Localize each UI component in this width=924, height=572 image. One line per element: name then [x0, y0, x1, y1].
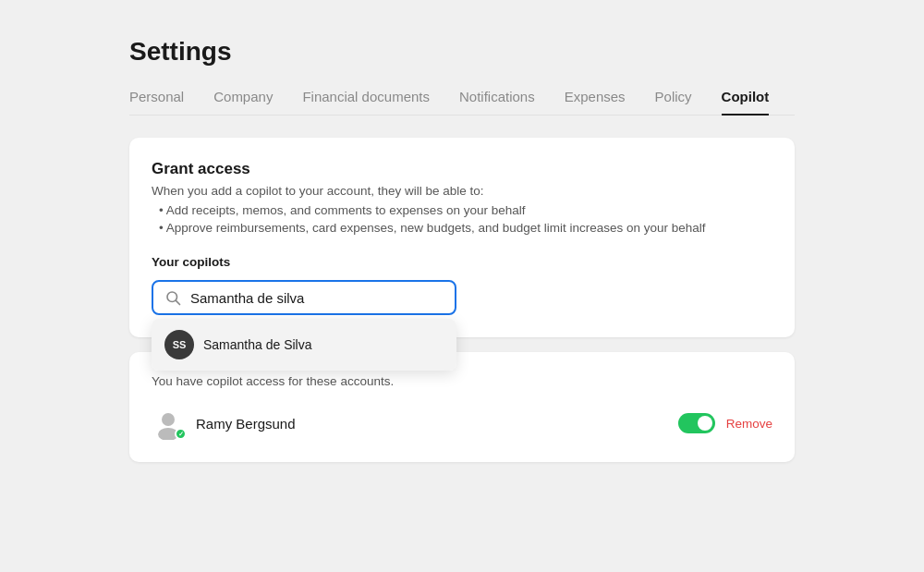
- tab-copilot[interactable]: Copilot: [722, 89, 770, 116]
- search-container: SS Samantha de Silva: [152, 280, 456, 315]
- avatar-ss: SS: [164, 330, 194, 359]
- tab-expenses[interactable]: Expenses: [565, 89, 626, 116]
- svg-point-2: [162, 413, 175, 426]
- dropdown-item-name: Samantha de Silva: [203, 337, 312, 352]
- search-icon: [164, 289, 181, 306]
- grant-access-bullet-2: Approve reimbursements, card expenses, n…: [159, 219, 772, 237]
- copilot-toggle[interactable]: [678, 413, 715, 433]
- tab-policy[interactable]: Policy: [655, 89, 692, 116]
- grant-access-list: Add receipts, memos, and comments to exp…: [152, 201, 772, 237]
- copilot-active-indicator: [175, 428, 187, 440]
- tab-financial-documents[interactable]: Financial documents: [302, 89, 430, 116]
- grant-access-description: When you add a copilot to your account, …: [152, 184, 772, 198]
- dropdown-item-samantha[interactable]: SS Samantha de Silva: [152, 319, 456, 371]
- tab-personal[interactable]: Personal: [129, 89, 184, 116]
- copilot-user-name: Ramy Bergsund: [196, 416, 296, 432]
- tabs-nav: Personal Company Financial documents Not…: [129, 89, 795, 116]
- copilot-search-input[interactable]: [190, 290, 444, 306]
- user-avatar-wrapper: [152, 407, 185, 440]
- tab-company[interactable]: Company: [213, 89, 273, 116]
- copilot-user: Ramy Bergsund: [152, 407, 296, 440]
- tab-notifications[interactable]: Notifications: [459, 89, 535, 116]
- your-copilots-label: Your copilots: [152, 255, 772, 269]
- copilot-access-description: You have copilot access for these accoun…: [152, 374, 772, 388]
- page-title: Settings: [129, 37, 795, 67]
- copilot-actions: Remove: [678, 413, 772, 433]
- avatar-initials: SS: [173, 339, 187, 350]
- copilot-row-ramy: Ramy Bergsund Remove: [152, 407, 772, 440]
- page-container: Settings Personal Company Financial docu…: [129, 37, 795, 462]
- search-dropdown: SS Samantha de Silva: [152, 319, 456, 371]
- svg-line-1: [176, 300, 179, 304]
- grant-access-bullet-1: Add receipts, memos, and comments to exp…: [159, 201, 772, 219]
- search-input-wrapper: [152, 280, 456, 315]
- grant-access-card: Grant access When you add a copilot to y…: [129, 138, 795, 337]
- grant-access-title: Grant access: [152, 160, 772, 178]
- remove-button[interactable]: Remove: [726, 417, 772, 431]
